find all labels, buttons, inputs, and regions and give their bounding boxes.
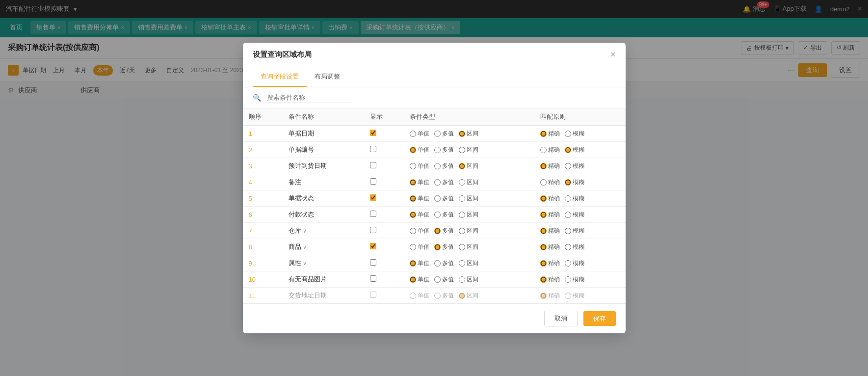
modal-overlay: 设置查询区域布局 × 查询字段设置 布局调整 🔍 顺序 条件名称 <box>0 0 868 99</box>
dialog-close-button[interactable]: × <box>610 50 616 60</box>
settings-dialog: 设置查询区域布局 × 查询字段设置 布局调整 🔍 顺序 条件名称 <box>243 43 626 99</box>
dialog-tab-layout[interactable]: 布局调整 <box>307 67 348 87</box>
dialog-tab-query-fields[interactable]: 查询字段设置 <box>253 67 307 87</box>
dialog-search: 🔍 <box>243 87 626 99</box>
dialog-tabs: 查询字段设置 布局调整 <box>243 67 626 87</box>
dialog-title: 设置查询区域布局 <box>253 50 312 59</box>
dialog-header: 设置查询区域布局 × <box>243 43 626 67</box>
condition-search-input[interactable] <box>264 92 352 99</box>
search-icon: 🔍 <box>253 94 261 99</box>
